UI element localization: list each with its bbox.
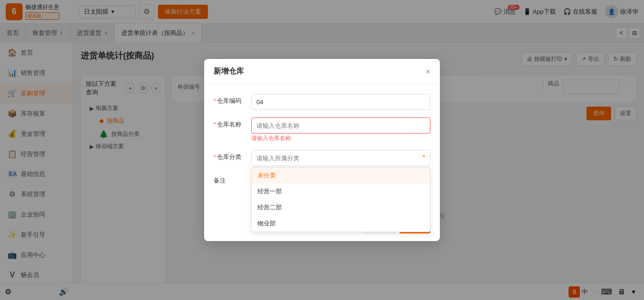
warehouse-category-input-wrap: ⌃ 未分类 经营一部 经营二部 物业部 — [251, 150, 430, 166]
warehouse-notes-label: 备注 — [214, 174, 251, 185]
warehouse-name-field: 仓库名称 请输入仓库名称 — [214, 117, 430, 142]
warehouse-code-field: 仓库编码 — [214, 94, 430, 110]
warehouse-name-error: 请输入仓库名称 — [251, 134, 430, 142]
warehouse-code-input[interactable] — [251, 94, 430, 110]
warehouse-code-label: 仓库编码 — [214, 94, 251, 105]
modal-header: 新增仓库 × — [204, 59, 440, 84]
modal-title: 新增仓库 — [214, 67, 244, 76]
warehouse-category-field: 仓库分类 ⌃ 未分类 经营一部 经营二部 物业部 — [214, 150, 430, 166]
warehouse-name-input-wrap: 请输入仓库名称 — [251, 117, 430, 142]
modal-overlay[interactable]: 新增仓库 × 仓库编码 仓库名称 请输入仓库名称 仓库分类 — [0, 0, 644, 300]
category-toggle-icon[interactable]: ⌃ — [421, 154, 427, 163]
warehouse-code-input-wrap — [251, 94, 430, 110]
dropdown-item-uncategorized[interactable]: 未分类 — [252, 167, 430, 183]
category-dropdown: 未分类 经营一部 经营二部 物业部 — [251, 167, 430, 232]
modal-body: 仓库编码 仓库名称 请输入仓库名称 仓库分类 ⌃ — [204, 84, 440, 203]
warehouse-name-input[interactable] — [251, 117, 430, 133]
warehouse-category-label: 仓库分类 — [214, 150, 251, 161]
dropdown-item-ops2[interactable]: 经营二部 — [252, 200, 430, 216]
dropdown-item-ops1[interactable]: 经营一部 — [252, 183, 430, 200]
dropdown-item-ops3[interactable]: 物业部 — [252, 216, 430, 232]
modal-close-button[interactable]: × — [425, 67, 430, 76]
warehouse-category-input[interactable] — [251, 150, 430, 166]
warehouse-name-label: 仓库名称 — [214, 117, 251, 129]
modal-add-warehouse: 新增仓库 × 仓库编码 仓库名称 请输入仓库名称 仓库分类 — [204, 59, 440, 241]
